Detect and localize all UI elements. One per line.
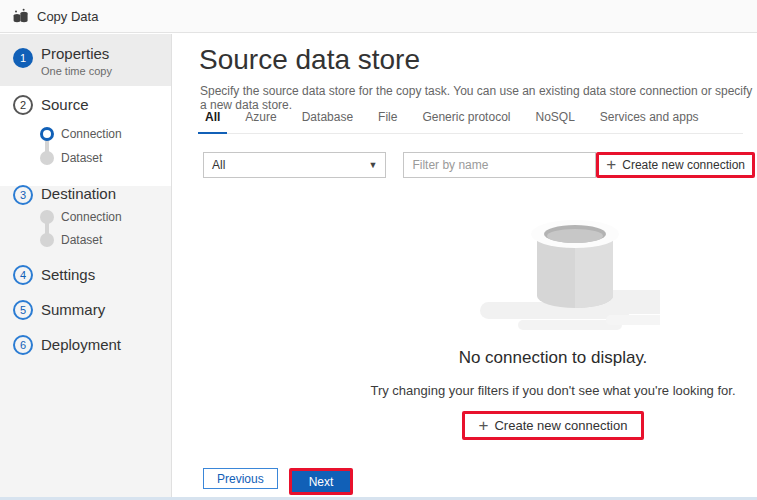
substep-label-connection: Connection — [61, 210, 122, 224]
step-number-badge: 1 — [13, 48, 33, 68]
connection-type-dropdown[interactable]: All ▼ — [203, 152, 386, 178]
substep-circle-dataset — [40, 233, 54, 247]
tab-all[interactable]: All — [198, 110, 227, 133]
step-number-badge: 3 — [13, 185, 33, 205]
step-number-badge: 5 — [13, 300, 33, 320]
sidebar-item-source[interactable]: 2 Source Connection Dataset — [0, 86, 171, 186]
step-number-badge: 2 — [13, 95, 33, 115]
substep-circle-connection — [40, 127, 54, 141]
annotation-highlight-center: + Create new connection — [462, 411, 645, 440]
copy-data-wizard-window: Copy Data 1 Properties One time copy 2 S… — [0, 0, 757, 500]
page-title: Source data store — [199, 44, 420, 76]
empty-state-hint: Try changing your filters if you don't s… — [333, 383, 757, 398]
step-description: One time copy — [41, 65, 112, 77]
step-label: Destination — [41, 185, 116, 202]
substep-circle-dataset — [40, 151, 54, 165]
chevron-down-icon: ▼ — [369, 153, 378, 177]
app-header: Copy Data — [0, 0, 757, 33]
page-subtitle: Specify the source data store for the co… — [200, 84, 757, 112]
step-number-badge: 6 — [13, 335, 33, 355]
wizard-sidebar: 1 Properties One time copy 2 Source Conn… — [0, 34, 172, 497]
filter-row: All ▼ + Create new connection — [203, 152, 755, 178]
plus-icon: + — [606, 158, 616, 172]
substep-label-dataset: Dataset — [61, 151, 102, 165]
empty-database-illustration — [480, 204, 660, 334]
tab-nosql[interactable]: NoSQL — [528, 110, 581, 133]
next-button[interactable]: Next — [292, 471, 351, 492]
substep-label-connection: Connection — [61, 127, 122, 141]
step-label: Properties — [41, 45, 109, 62]
substep-label-dataset: Dataset — [61, 233, 102, 247]
dropdown-value: All — [212, 158, 225, 172]
step-label: Deployment — [41, 336, 121, 353]
tab-file[interactable]: File — [371, 110, 404, 133]
empty-state-title: No connection to display. — [333, 348, 757, 368]
sidebar-item-properties[interactable]: 1 Properties One time copy — [0, 34, 171, 86]
app-title: Copy Data — [37, 9, 98, 24]
category-tabs: All Azure Database File Generic protocol… — [198, 110, 743, 134]
step-number-badge: 4 — [13, 265, 33, 285]
tab-database[interactable]: Database — [295, 110, 360, 133]
annotation-highlight-next: Next — [289, 468, 354, 495]
empty-state: No connection to display. Try changing y… — [333, 204, 757, 440]
tab-azure[interactable]: Azure — [238, 110, 283, 133]
annotation-highlight-top: + Create new connection — [596, 152, 755, 178]
copy-data-icon — [12, 8, 29, 25]
create-new-connection-button[interactable]: + Create new connection — [599, 155, 752, 175]
create-new-connection-button-center[interactable]: + Create new connection — [465, 414, 642, 437]
step-label: Source — [41, 96, 89, 113]
step-label: Settings — [41, 266, 95, 283]
tab-services-and-apps[interactable]: Services and apps — [593, 110, 706, 133]
tab-generic-protocol[interactable]: Generic protocol — [415, 110, 517, 133]
main-panel: Source data store Specify the source dat… — [173, 34, 757, 497]
step-label: Summary — [41, 301, 105, 318]
wizard-footer: Previous Next — [203, 468, 353, 495]
substep-circle-connection — [40, 210, 54, 224]
filter-by-name-input[interactable] — [403, 152, 596, 178]
previous-button[interactable]: Previous — [203, 468, 278, 489]
plus-icon: + — [479, 419, 489, 433]
